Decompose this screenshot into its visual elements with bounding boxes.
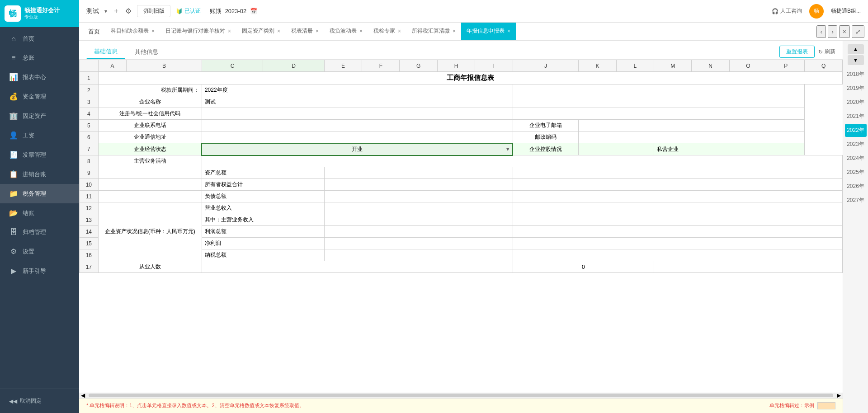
tab-close-journal-bank[interactable]: ×	[228, 28, 231, 34]
panel-down-button[interactable]: ▼	[848, 55, 864, 65]
sidebar-item-reports[interactable]: 📊 报表中心	[0, 67, 79, 87]
cell-4-empty[interactable]	[513, 108, 805, 120]
cell-3-label[interactable]: 企业名称	[98, 96, 202, 108]
tab-close-tax-list[interactable]: ×	[316, 28, 319, 34]
sidebar-item-funds[interactable]: 💰 资金管理	[0, 87, 79, 106]
add-tab-button[interactable]: ＋	[113, 6, 120, 16]
cell-12-value[interactable]	[324, 202, 513, 214]
cell-14-value[interactable]	[324, 226, 513, 238]
tab-tax-fluctuation[interactable]: 税负波动表 ×	[324, 23, 368, 40]
cell-5-extra-value[interactable]	[579, 120, 805, 131]
cell-5-value[interactable]	[202, 120, 513, 131]
cell-2-label[interactable]: 税款所属期间：	[98, 84, 202, 96]
cancel-fixed-button[interactable]: ◀◀ 取消固定	[9, 394, 70, 408]
tab-next-button[interactable]: ›	[828, 25, 837, 38]
sidebar-item-home[interactable]: ⌂ 首页	[0, 29, 79, 48]
tab-income-tax[interactable]: 所得税汇算清缴 ×	[406, 23, 461, 40]
cell-5-extra-label[interactable]: 企业电子邮箱	[513, 120, 579, 131]
cell-15-label[interactable]: 净利润	[202, 238, 324, 249]
reset-report-button[interactable]: 重置报表	[779, 46, 815, 58]
cell-17-value[interactable]	[202, 261, 513, 273]
year-2018[interactable]: 2018年	[845, 68, 867, 81]
tab-journal-bank[interactable]: 日记账与银行对账单核对 ×	[160, 23, 236, 40]
year-2023[interactable]: 2023年	[845, 138, 867, 151]
tab-close-tax-fluctuation[interactable]: ×	[359, 28, 363, 34]
cell-3-value[interactable]: 测试	[202, 96, 513, 108]
tab-close-all-button[interactable]: ×	[839, 25, 850, 38]
subtab-other-info[interactable]: 其他信息	[127, 45, 166, 59]
cell-10-label[interactable]: 所有者权益合计	[202, 179, 324, 191]
cell-7-extra-value[interactable]	[579, 143, 654, 155]
sidebar-item-closing[interactable]: 📂 结账	[0, 203, 79, 223]
sidebar-item-salary[interactable]: 👤 工资	[0, 126, 79, 145]
sidebar-item-settings[interactable]: ⚙ 设置	[0, 242, 79, 261]
sidebar-item-ledger[interactable]: ≡ 总账	[0, 48, 79, 67]
scroll-thumb[interactable]	[89, 394, 833, 397]
cell-7-value[interactable]: 开业 ▼	[202, 143, 513, 155]
cell-13-value[interactable]	[324, 214, 513, 226]
cell-10-empty2[interactable]	[513, 179, 842, 191]
year-2026[interactable]: 2026年	[845, 180, 867, 193]
cell-7-label[interactable]: 企业经营状态	[98, 143, 202, 155]
cell-6-extra-label[interactable]: 邮政编码	[513, 131, 579, 143]
sidebar-item-tax[interactable]: 📁 税务管理	[0, 184, 79, 203]
cell-15-value[interactable]	[324, 238, 513, 249]
cell-5-label[interactable]: 企业联系电话	[98, 120, 202, 131]
year-2022[interactable]: 2022年	[845, 124, 867, 137]
cell-13-label[interactable]: 其中：主营业务收入	[202, 214, 324, 226]
cell-9-empty2[interactable]	[513, 167, 842, 179]
cell-8-value[interactable]	[202, 155, 842, 167]
cell-16-value[interactable]	[324, 249, 513, 261]
sidebar-item-purchase-sales[interactable]: 📋 进销台账	[0, 164, 79, 184]
settings-button[interactable]: ⚙	[125, 7, 132, 15]
cell-11-empty2[interactable]	[513, 191, 842, 202]
cell-8-label[interactable]: 主营业务活动	[98, 155, 202, 167]
tab-auxiliary-balance[interactable]: 科目辅助余额表 ×	[105, 23, 160, 40]
spreadsheet-title[interactable]: 工商年报信息表	[98, 72, 842, 84]
year-2019[interactable]: 2019年	[845, 82, 867, 95]
year-2025[interactable]: 2025年	[845, 166, 867, 179]
cell-4-label[interactable]: 注册号/统一社会信用代码	[98, 108, 202, 120]
old-version-button[interactable]: 切到旧版	[137, 5, 170, 17]
cell-group-label[interactable]: 企业资产状况信息(币种：人民币万元)	[98, 202, 202, 261]
tab-prev-button[interactable]: ‹	[816, 25, 826, 38]
tab-tax-list[interactable]: 税表清册 ×	[286, 23, 324, 40]
cell-9-label[interactable]: 资产总额	[202, 167, 324, 179]
cell-13-empty[interactable]	[513, 214, 842, 226]
cell-17-empty[interactable]	[654, 261, 843, 273]
cell-7-private-value[interactable]: 私营企业	[654, 143, 805, 155]
cell-17-label[interactable]: 从业人数	[98, 261, 202, 273]
sidebar-item-guide[interactable]: ▶ 新手引导	[0, 261, 79, 281]
tab-annual-report[interactable]: 年报信息申报表 ×	[461, 23, 516, 40]
cell-14-label[interactable]: 利润总额	[202, 226, 324, 238]
cell-3-empty[interactable]	[513, 96, 805, 108]
cell-9-value[interactable]	[324, 167, 513, 179]
cell-2-empty[interactable]	[513, 84, 805, 96]
cell-2-value[interactable]: 2022年度	[202, 84, 513, 96]
year-2027[interactable]: 2027年	[845, 194, 867, 207]
subtab-basic-info[interactable]: 基础信息	[86, 44, 125, 59]
workspace-dropdown-icon[interactable]: ▾	[104, 8, 107, 14]
tab-expand-button[interactable]: ⤢	[852, 25, 864, 38]
cell-11-value[interactable]	[324, 191, 513, 202]
cell-15-empty[interactable]	[513, 238, 842, 249]
tab-close-income-tax[interactable]: ×	[453, 28, 456, 34]
panel-up-button[interactable]: ▲	[848, 44, 864, 54]
cell-7-extra-label[interactable]: 企业控股情况	[513, 143, 579, 155]
tab-fixed-asset-class[interactable]: 固定资产类别 ×	[236, 23, 286, 40]
cell-10-empty[interactable]	[98, 179, 202, 191]
cell-4-value[interactable]	[202, 108, 513, 120]
cell-12-empty[interactable]	[513, 202, 842, 214]
sidebar-item-assets[interactable]: 🏢 固定资产	[0, 106, 79, 126]
cell-11-empty[interactable]	[98, 191, 202, 202]
tab-tax-expert[interactable]: 税检专家 ×	[368, 23, 406, 40]
tab-home[interactable]: 首页	[83, 28, 105, 36]
cell-16-empty[interactable]	[513, 249, 842, 261]
cell-11-label[interactable]: 负债总额	[202, 191, 324, 202]
cell-16-label[interactable]: 纳税总额	[202, 249, 324, 261]
sidebar-item-invoice[interactable]: 🧾 发票管理	[0, 145, 79, 164]
customer-service-button[interactable]: 🎧 人工咨询	[772, 7, 802, 15]
cell-10-value[interactable]	[324, 179, 513, 191]
calendar-icon[interactable]: 📅	[250, 8, 257, 14]
year-2021[interactable]: 2021年	[845, 110, 867, 123]
